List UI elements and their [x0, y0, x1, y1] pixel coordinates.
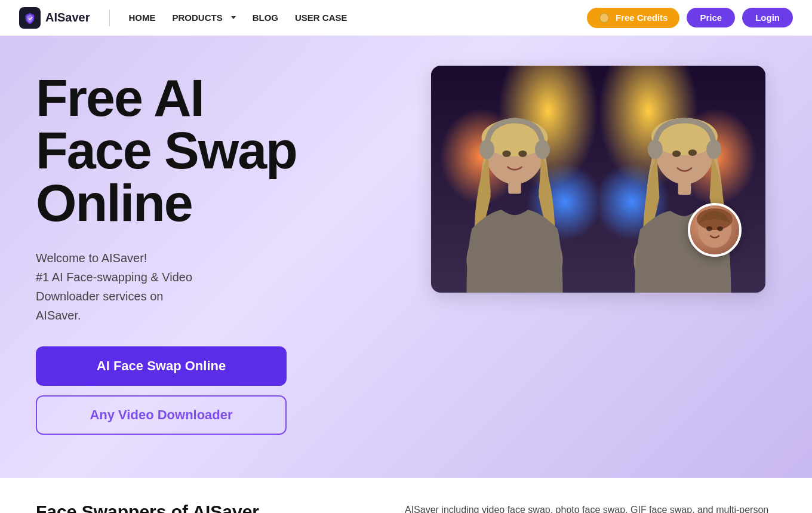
svg-point-4 [519, 150, 527, 157]
nav-links: HOME PRODUCTS BLOG USER CASE [129, 13, 347, 23]
bottom-right: AISaver including video face swap, photo… [405, 502, 776, 513]
svg-point-15 [707, 140, 722, 159]
free-credits-label: Free Credits [616, 13, 668, 23]
hero-subtitle: Welcome to AISaver! #1 AI Face-swapping … [36, 248, 334, 325]
brand-link[interactable]: AISaver [19, 7, 90, 29]
svg-point-19 [717, 226, 723, 231]
hero-title: Free AI Face Swap Online [36, 72, 421, 229]
bottom-description: AISaver including video face swap, photo… [405, 502, 776, 513]
nav-user-case[interactable]: USER CASE [295, 13, 347, 23]
nav-blog[interactable]: BLOG [253, 13, 278, 23]
brand-logo-icon [19, 7, 41, 29]
nav-products-label[interactable]: PRODUCTS [173, 13, 223, 23]
free-credits-button[interactable]: Free Credits [587, 8, 680, 28]
face-svg [691, 206, 739, 254]
login-button[interactable]: Login [742, 8, 793, 27]
hero-title-line3: Online [36, 173, 192, 232]
hero-subtitle-line3: Downloader services on [36, 287, 334, 306]
image-split-container [431, 66, 765, 293]
price-button[interactable]: Price [687, 8, 735, 27]
video-downloader-button[interactable]: Any Video Downloader [36, 395, 287, 435]
nav-products-dropdown[interactable]: PRODUCTS [173, 13, 236, 23]
bottom-heading: Face Swappers of AISaver [36, 502, 369, 513]
bottom-section: Face Swappers of AISaver AISaver includi… [0, 478, 812, 513]
brand-name: AISaver [45, 11, 90, 24]
svg-rect-5 [509, 178, 521, 194]
hero-subtitle-line2: #1 AI Face-swapping & Video [36, 268, 334, 287]
hero-content: Free AI Face Swap Online Welcome to AISa… [36, 60, 421, 435]
hero-title-line2: Face Swap [36, 121, 297, 180]
svg-point-7 [535, 140, 550, 159]
person-figure-right [604, 90, 759, 293]
face-swap-button[interactable]: AI Face Swap Online [36, 346, 287, 386]
hero-subtitle-line4: AISaver. [36, 306, 334, 325]
hero-section: Free AI Face Swap Online Welcome to AISa… [0, 36, 812, 478]
image-right-panel [598, 66, 765, 293]
products-chevron-icon [231, 16, 236, 19]
svg-point-6 [479, 140, 494, 159]
face-inner-image [690, 205, 739, 254]
nav-left: AISaver HOME PRODUCTS BLOG USER CASE [19, 7, 347, 29]
hero-image-wrapper [431, 66, 765, 293]
image-left-panel [431, 66, 598, 293]
nav-home[interactable]: HOME [129, 13, 156, 23]
svg-point-18 [706, 226, 712, 231]
hero-buttons: AI Face Swap Online Any Video Downloader [36, 346, 287, 435]
hero-subtitle-line1: Welcome to AISaver! [36, 248, 334, 268]
hero-image-area [421, 60, 776, 293]
svg-point-11 [672, 150, 681, 157]
hero-title-line1: Free AI [36, 68, 204, 127]
svg-rect-13 [678, 179, 691, 195]
nav-divider [109, 10, 110, 26]
bottom-left: Face Swappers of AISaver [36, 502, 369, 513]
face-overlay-circle [688, 203, 742, 257]
svg-point-14 [648, 140, 663, 159]
nav-right: Free Credits Price Login [587, 8, 793, 28]
person-figure-left [437, 90, 592, 293]
navbar: AISaver HOME PRODUCTS BLOG USER CASE [0, 0, 812, 36]
svg-point-3 [503, 150, 511, 157]
svg-point-12 [688, 149, 697, 156]
coin-icon [599, 13, 610, 23]
